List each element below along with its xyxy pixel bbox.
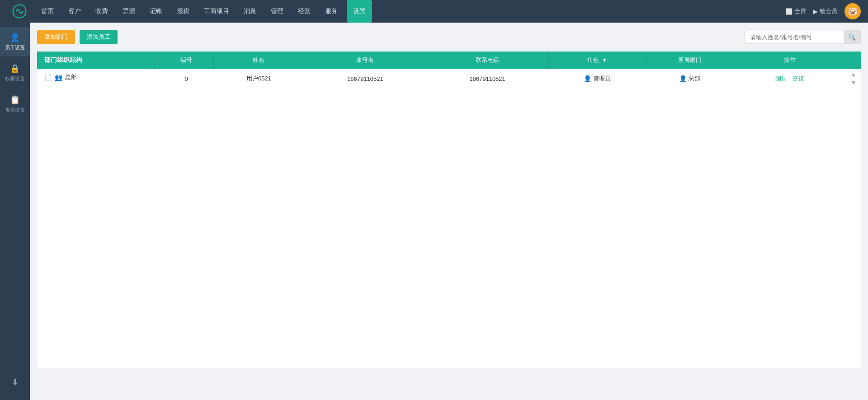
fullscreen-label: 全屏 — [794, 7, 806, 15]
employee-table: 编号 姓名 账号名 联系电话 角 — [159, 52, 861, 89]
nav-manage[interactable]: 管理 — [264, 0, 291, 23]
col-name: 姓名 — [213, 52, 304, 69]
col-id: 编号 — [159, 52, 213, 69]
nav-settings[interactable]: 设置 — [347, 0, 372, 23]
member-label: 畅会员 — [820, 7, 837, 15]
member-btn[interactable]: ▶ 畅会员 — [813, 7, 837, 15]
file-icon: 📄 — [44, 74, 52, 81]
sidebar-permission-label: 权限设置 — [5, 75, 25, 82]
col-dept: 所属部门 — [646, 52, 734, 69]
search-area: 🔍 — [744, 30, 861, 44]
cell-name: 用户0521 — [213, 69, 304, 89]
sidebar-item-taxsettings[interactable]: 📋 报税设置 — [0, 89, 30, 119]
col-scroll — [846, 52, 861, 69]
dept-name: 总部 — [65, 73, 77, 81]
sidebar-download-btn[interactable]: ⬇ — [10, 372, 20, 393]
nav-home[interactable]: 首页 — [34, 0, 61, 23]
cell-role: 👤 管理员 — [548, 69, 646, 89]
search-icon: 🔍 — [848, 33, 856, 41]
nav-service[interactable]: 服务 — [318, 0, 345, 23]
nav-bookkeeping[interactable]: 记账 — [142, 0, 170, 23]
nav-message[interactable]: 消息 — [236, 0, 264, 23]
search-button[interactable]: 🔍 — [844, 30, 861, 44]
nav-operation[interactable]: 经营 — [291, 0, 318, 23]
lock-icon: 🔒 — [10, 64, 20, 74]
search-input[interactable] — [744, 31, 844, 44]
scroll-down-arrow[interactable]: ▼ — [848, 79, 859, 87]
sidebar-item-permission[interactable]: 🔒 权限设置 — [0, 58, 30, 88]
edit-link[interactable]: 编辑 — [774, 75, 789, 82]
dept-label: 总部 — [689, 75, 700, 83]
nav-business[interactable]: 工商项目 — [197, 0, 236, 23]
col-role: 角色 ▼ — [548, 52, 646, 69]
toolbar: 添加部门 添加员工 🔍 — [37, 30, 861, 44]
cell-actions: 编辑 交接 — [734, 69, 846, 89]
nav-invoice[interactable]: 票据 — [115, 0, 142, 23]
nav-charge[interactable]: 收费 — [88, 0, 115, 23]
col-phone: 联系电话 — [426, 52, 548, 69]
dept-user-icon: 👥 — [55, 74, 62, 81]
sidebar: 👤 员工设置 🔒 权限设置 📋 报税设置 ⬇ — [0, 23, 30, 400]
avatar[interactable]: 🐷 — [844, 3, 861, 19]
scroll-up-arrow[interactable]: ▲ — [848, 71, 859, 79]
cell-scroll: ▲ ▼ — [846, 69, 861, 89]
nav-items: 首页 客户 收费 票据 记账 报税 工商项目 消息 管理 经营 服务 设置 — [34, 0, 785, 23]
add-employee-button[interactable]: 添加员工 — [80, 30, 118, 44]
cell-account: 18679110521 — [304, 69, 426, 89]
fullscreen-icon: ⬜ — [785, 8, 793, 15]
nav-right: ⬜ 全屏 ▶ 畅会员 🐷 — [785, 3, 868, 19]
sidebar-item-employee[interactable]: 👤 员工设置 — [0, 27, 30, 56]
layout: 👤 员工设置 🔒 权限设置 📋 报税设置 ⬇ 添加部门 添加员工 🔍 — [0, 23, 868, 400]
sidebar-taxsettings-label: 报税设置 — [5, 107, 25, 113]
employee-icon: 👤 — [10, 33, 20, 42]
member-icon: ▶ — [813, 8, 818, 15]
download-icon: ⬇ — [12, 377, 19, 387]
cell-dept: 👤 总部 — [646, 69, 734, 89]
role-filter-icon[interactable]: ▼ — [602, 57, 607, 63]
role-label: 管理员 — [593, 75, 611, 83]
col-account: 账号名 — [304, 52, 426, 69]
sidebar-employee-label: 员工设置 — [5, 44, 25, 51]
dept-tree-item-root[interactable]: 📄 👥 总部 — [37, 69, 159, 86]
logo — [5, 3, 34, 19]
add-dept-button[interactable]: 添加部门 — [37, 30, 75, 44]
transfer-link[interactable]: 交接 — [791, 75, 806, 82]
top-navigation: 首页 客户 收费 票据 记账 报税 工商项目 消息 管理 经营 服务 设置 ⬜ … — [0, 0, 868, 23]
sidebar-bottom: ⬇ — [10, 372, 20, 400]
dept-tree-header: 部门组织结构 — [37, 52, 159, 69]
col-action: 操作 — [734, 52, 846, 69]
cell-phone: 18679110521 — [426, 69, 548, 89]
employee-table-wrap: 编号 姓名 账号名 联系电话 角 — [159, 52, 861, 368]
dept-user-icon-cell: 👤 — [679, 75, 687, 82]
scroll-arrows: ▲ ▼ — [846, 69, 861, 89]
table-header-row: 编号 姓名 账号名 联系电话 角 — [159, 52, 861, 69]
table-row: 0 用户0521 18679110521 18679110521 👤 管理员 — [159, 69, 861, 89]
nav-client[interactable]: 客户 — [61, 0, 88, 23]
dept-tree: 部门组织结构 📄 👥 总部 — [37, 52, 159, 368]
content-panel: 部门组织结构 📄 👥 总部 编号 姓 — [37, 52, 861, 368]
tax-settings-icon: 📋 — [10, 95, 20, 105]
cell-id: 0 — [159, 69, 213, 89]
fullscreen-btn[interactable]: ⬜ 全屏 — [785, 7, 806, 15]
role-user-icon: 👤 — [584, 75, 591, 82]
nav-tax[interactable]: 报税 — [170, 0, 197, 23]
main-content: 添加部门 添加员工 🔍 部门组织结构 📄 👥 总部 — [30, 23, 868, 400]
